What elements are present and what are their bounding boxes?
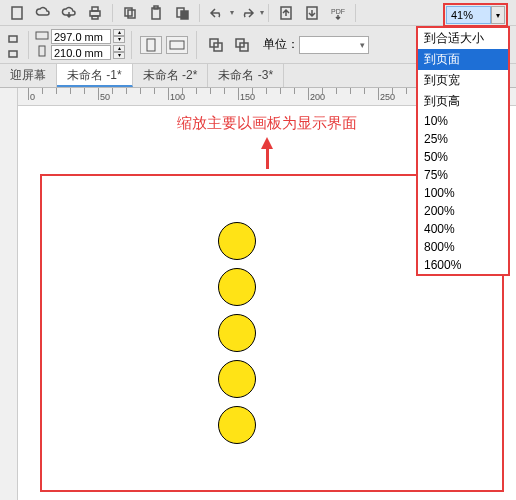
page-height-input[interactable]	[51, 45, 111, 60]
zoom-option-height[interactable]: 到页高	[418, 91, 508, 112]
portrait-button[interactable]	[140, 36, 162, 54]
zoom-option-800[interactable]: 800%	[418, 238, 508, 256]
height-spinner[interactable]: ▴▾	[113, 45, 125, 60]
annotation-text: 缩放主要以画板为显示界面	[177, 114, 357, 169]
paste-icon[interactable]	[145, 2, 167, 24]
tab-untitled-2[interactable]: 未命名 -2*	[133, 64, 209, 87]
import-icon[interactable]	[275, 2, 297, 24]
chevron-down-icon: ▾	[496, 11, 500, 20]
cloud-save-icon[interactable]	[58, 2, 80, 24]
tab-welcome[interactable]: 迎屏幕	[0, 64, 57, 87]
zoom-dropdown-menu: 到合适大小 到页面 到页宽 到页高 10% 25% 50% 75% 100% 2…	[416, 26, 510, 276]
zoom-level-group: ▾	[443, 3, 508, 27]
separator	[268, 4, 269, 22]
zoom-option-200[interactable]: 200%	[418, 202, 508, 220]
undo-icon[interactable]	[206, 2, 228, 24]
copy-icon[interactable]	[119, 2, 141, 24]
svg-rect-13	[9, 36, 17, 42]
separator	[199, 4, 200, 22]
yellow-circle-shape[interactable]	[218, 314, 256, 352]
zoom-option-25[interactable]: 25%	[418, 130, 508, 148]
redo-icon[interactable]	[236, 2, 258, 24]
zoom-option-width[interactable]: 到页宽	[418, 70, 508, 91]
ruler-vertical	[0, 88, 18, 500]
yellow-circle-shape[interactable]	[218, 268, 256, 306]
separator	[28, 31, 29, 59]
dropdown-caret-icon[interactable]: ▾	[230, 8, 234, 17]
export-icon[interactable]	[301, 2, 323, 24]
svg-rect-0	[12, 7, 22, 19]
unit-dropdown[interactable]	[299, 36, 369, 54]
pdf-export-icon[interactable]: PDF	[327, 2, 349, 24]
dropdown-caret-icon[interactable]: ▾	[260, 8, 264, 17]
zoom-option-fit[interactable]: 到合适大小	[418, 28, 508, 49]
unit-label: 单位：	[263, 36, 299, 53]
separator	[355, 4, 356, 22]
separator	[196, 31, 197, 59]
separator	[112, 4, 113, 22]
svg-text:PDF: PDF	[331, 8, 345, 15]
page-dimensions: ▴▾ ▴▾	[35, 29, 125, 60]
ruler-tick-label: 50	[100, 92, 110, 102]
ruler-tick-label: 0	[30, 92, 35, 102]
zoom-option-75[interactable]: 75%	[418, 166, 508, 184]
width-spinner[interactable]: ▴▾	[113, 29, 125, 44]
toolbar-main: ▾ ▾ PDF ▾	[0, 0, 516, 26]
svg-rect-15	[36, 32, 48, 39]
arrange-back-icon[interactable]	[231, 34, 253, 56]
tab-untitled-1[interactable]: 未命名 -1*	[57, 64, 133, 87]
zoom-input[interactable]	[446, 6, 491, 24]
svg-rect-18	[170, 41, 184, 49]
new-doc-icon[interactable]	[6, 2, 28, 24]
arrow-up-icon	[261, 137, 273, 149]
cloud-open-icon[interactable]	[32, 2, 54, 24]
clipboard-icon[interactable]	[171, 2, 193, 24]
height-icon	[35, 45, 49, 60]
zoom-option-10[interactable]: 10%	[418, 112, 508, 130]
zoom-option-100[interactable]: 100%	[418, 184, 508, 202]
zoom-option-50[interactable]: 50%	[418, 148, 508, 166]
yellow-circle-shape[interactable]	[218, 222, 256, 260]
width-icon	[35, 29, 49, 44]
print-icon[interactable]	[84, 2, 106, 24]
svg-rect-16	[39, 46, 45, 56]
lock-height-icon[interactable]	[6, 45, 20, 59]
page-width-input[interactable]	[51, 29, 111, 44]
yellow-circle-shape[interactable]	[218, 406, 256, 444]
zoom-option-page[interactable]: 到页面	[418, 49, 508, 70]
yellow-circle-shape[interactable]	[218, 360, 256, 398]
landscape-button[interactable]	[166, 36, 188, 54]
arrange-front-icon[interactable]	[205, 34, 227, 56]
svg-rect-14	[9, 51, 17, 57]
zoom-option-1600[interactable]: 1600%	[418, 256, 508, 274]
svg-rect-2	[92, 7, 98, 11]
zoom-option-400[interactable]: 400%	[418, 220, 508, 238]
arrow-stem	[266, 149, 269, 169]
lock-width-icon[interactable]	[6, 30, 20, 44]
zoom-dropdown-button[interactable]: ▾	[491, 6, 505, 24]
svg-rect-9	[181, 11, 188, 19]
tab-untitled-3[interactable]: 未命名 -3*	[208, 64, 284, 87]
svg-rect-3	[92, 16, 98, 19]
svg-rect-17	[147, 39, 155, 51]
separator	[131, 31, 132, 59]
